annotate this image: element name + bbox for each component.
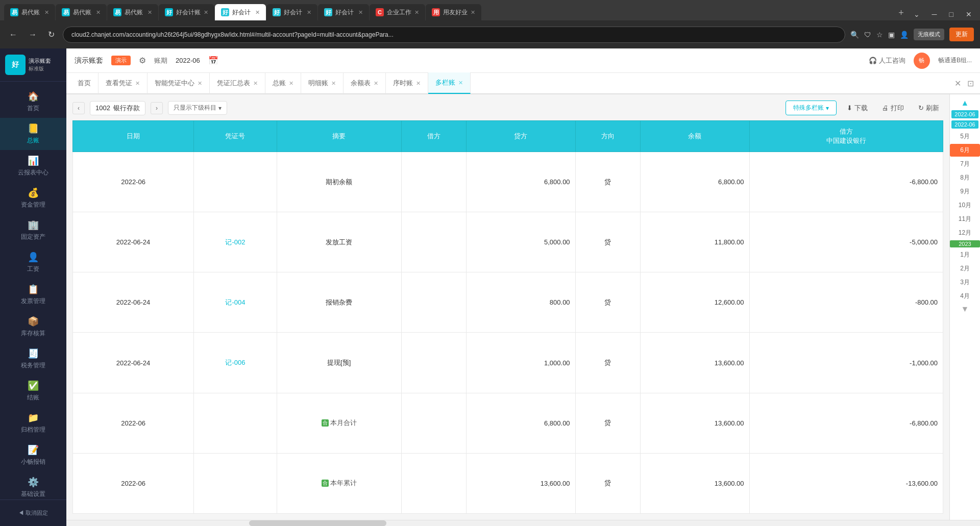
date-cell: 2022-06 <box>73 393 194 453</box>
month-item-11月[interactable]: 11月 <box>950 213 980 226</box>
horizontal-scrollbar[interactable] <box>66 520 980 526</box>
month-item-2月[interactable]: 2月 <box>950 262 980 275</box>
page-tab-余额表[interactable]: 余额表 ✕ <box>344 72 386 94</box>
tabs-right: ✕ ⊡ <box>952 77 980 90</box>
col-debit: 借方 <box>401 121 466 152</box>
back-button[interactable]: ← <box>6 28 20 41</box>
month-item-7月[interactable]: 7月 <box>950 158 980 170</box>
page-tab-凭证汇总表[interactable]: 凭证汇总表 ✕ <box>210 72 265 94</box>
consult-button[interactable]: 🎧 人工咨询 <box>869 56 905 65</box>
sidebar-fix-button[interactable]: ◀ 取消固定 <box>0 505 66 521</box>
close-button[interactable]: ✕ <box>962 8 976 20</box>
download-button[interactable]: ⬇ 下载 <box>843 102 872 115</box>
new-tab-button[interactable]: + <box>894 5 909 20</box>
main-content: 演示账套 演示 ⚙ 账期 2022-06 📅 🎧 人工咨询 畅 畅通通B组...… <box>66 48 980 526</box>
month-item-10月[interactable]: 10月 <box>950 199 980 212</box>
voucher-link[interactable]: 记-006 <box>194 333 277 393</box>
minimize-button[interactable]: ─ <box>928 8 941 20</box>
page-tab-首页[interactable]: 首页 <box>70 72 99 94</box>
sidebar-item-归档管理[interactable]: 📁 归档管理 <box>0 407 66 439</box>
voucher-link[interactable]: 记-004 <box>194 272 277 333</box>
browser-tab-t9[interactable]: 用 用友好业 ✕ <box>426 4 481 20</box>
sidebar-item-库存核算[interactable]: 📦 库存核算 <box>0 311 66 343</box>
month-item-6月[interactable]: 6月 <box>950 144 980 157</box>
page-tab-查看凭证[interactable]: 查看凭证 ✕ <box>99 72 148 94</box>
browser-tab-t6[interactable]: 好 好会计 ✕ <box>266 4 317 20</box>
browser-tab-t2[interactable]: 易 易代账 ✕ <box>56 4 107 20</box>
voucher-link[interactable]: 记-002 <box>194 212 277 272</box>
page-tab-总账[interactable]: 总账 ✕ <box>265 72 301 94</box>
account-chip[interactable]: 1002 银行存款 <box>90 101 145 115</box>
prev-account-button[interactable]: ‹ <box>72 102 85 114</box>
calendar-icon[interactable]: 📅 <box>208 56 218 65</box>
calendar-up-button[interactable]: ▲ <box>961 98 969 108</box>
forward-button[interactable]: → <box>26 28 40 41</box>
sidebar-item-发票管理[interactable]: 📋 发票管理 <box>0 279 66 311</box>
account-code: 1002 <box>95 104 110 112</box>
year-badge: 2023 <box>950 240 980 247</box>
profile-icon[interactable]: 👤 <box>900 31 909 39</box>
sidebar-item-云报表中心[interactable]: 📊 云报表中心 <box>0 150 66 182</box>
window-icon[interactable]: ▣ <box>888 31 895 39</box>
ledger-area: ‹ 1002 银行存款 › 只显示下级科目 ▾ 特殊多栏账 ▾ <box>66 94 980 520</box>
summary-cell: 合本年累计 <box>277 453 401 513</box>
update-button[interactable]: 更新 <box>949 28 974 41</box>
sidebar-item-税务管理[interactable]: 🧾 税务管理 <box>0 343 66 375</box>
print-button[interactable]: 🖨 打印 <box>878 102 908 115</box>
sidebar-item-label: 结账 <box>27 393 39 402</box>
browser-tab-t4[interactable]: 好 好会计账 ✕ <box>159 4 214 20</box>
sidebar-item-资金管理[interactable]: 💰 资金管理 <box>0 182 66 214</box>
month-item-1月[interactable]: 1月 <box>950 248 980 261</box>
sidebar-icon: ✅ <box>28 380 39 391</box>
calendar-down-button[interactable]: ▼ <box>961 305 969 314</box>
star-icon[interactable]: ☆ <box>876 31 883 39</box>
browser-tab-t3[interactable]: 易 易代账 ✕ <box>107 4 158 20</box>
sidebar-item-label: 资金管理 <box>21 201 45 209</box>
page-tab-序时账[interactable]: 序时账 ✕ <box>386 72 428 94</box>
special-columns-button[interactable]: 特殊多栏账 ▾ <box>786 101 837 115</box>
expand-tab-icon[interactable]: ⊡ <box>965 77 976 90</box>
sidebar-item-label: 工资 <box>27 265 39 273</box>
close-tab-icon[interactable]: ✕ <box>952 77 963 90</box>
browser-tab-t5[interactable]: 好 好会计 ✕ <box>215 4 266 20</box>
address-input[interactable]: cloud2.chanjet.com/accounting/uh26t264j5… <box>63 27 845 43</box>
month-item-8月[interactable]: 8月 <box>950 171 980 184</box>
sidebar-item-首页[interactable]: 🏠 首页 <box>0 86 66 118</box>
summary-cell: 期初余额 <box>277 152 401 212</box>
sidebar-item-小畅报销[interactable]: 📝 小畅报销 <box>0 439 66 471</box>
page-tab-多栏账[interactable]: 多栏账 ✕ <box>428 72 471 94</box>
shield-icon[interactable]: 🛡 <box>864 31 871 39</box>
sidebar-item-基础设置[interactable]: ⚙️ 基础设置 <box>0 471 66 499</box>
filter-select[interactable]: 只显示下级科目 ▾ <box>168 101 227 115</box>
sidebar-icon: 📝 <box>28 444 39 456</box>
month-item-3月[interactable]: 3月 <box>950 276 980 289</box>
sidebar-icon: 🏢 <box>28 219 39 231</box>
month-item-9月[interactable]: 9月 <box>950 185 980 198</box>
tab-list-button[interactable]: ⌄ <box>910 8 924 20</box>
incognito-button[interactable]: 无痕模式 <box>914 29 944 40</box>
browser-tab-t8[interactable]: C 企业工作 ✕ <box>370 4 425 20</box>
refresh-ledger-button[interactable]: ↻ 刷新 <box>914 102 943 115</box>
sidebar-icon: 💰 <box>28 187 39 198</box>
maximize-button[interactable]: □ <box>945 8 958 20</box>
settings-icon[interactable]: ⚙ <box>139 56 146 65</box>
debit-cell <box>401 453 466 513</box>
scrollbar-thumb[interactable] <box>249 520 386 526</box>
sidebar-item-固定资产[interactable]: 🏢 固定资产 <box>0 214 66 246</box>
demo-badge[interactable]: 演示 <box>111 56 131 65</box>
page-tab-明细账[interactable]: 明细账 ✕ <box>301 72 344 94</box>
refresh-nav-button[interactable]: ↻ <box>45 28 58 41</box>
sidebar-item-总账[interactable]: 📒 总账 <box>0 118 66 150</box>
sidebar-item-label: 税务管理 <box>21 361 45 370</box>
next-account-button[interactable]: › <box>151 102 163 114</box>
month-item-4月[interactable]: 4月 <box>950 290 980 303</box>
sidebar-item-label: 云报表中心 <box>18 168 48 177</box>
sidebar-item-工资[interactable]: 👤 工资 <box>0 246 66 279</box>
sidebar-item-结账[interactable]: ✅ 结账 <box>0 375 66 407</box>
browser-tab-t1[interactable]: 易 易代账 ✕ <box>4 4 55 20</box>
browser-tab-t7[interactable]: 好 好会计 ✕ <box>318 4 369 20</box>
month-item-5月[interactable]: 5月 <box>950 130 980 143</box>
page-tab-智能凭证中心[interactable]: 智能凭证中心 ✕ <box>148 72 210 94</box>
search-icon[interactable]: 🔍 <box>850 31 859 39</box>
month-item-12月[interactable]: 12月 <box>950 227 980 239</box>
